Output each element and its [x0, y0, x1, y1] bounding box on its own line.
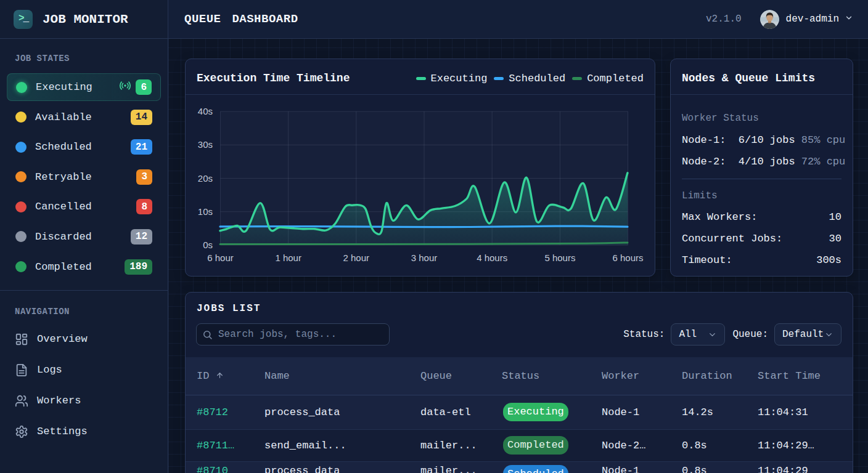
svg-text:6 hours: 6 hours — [612, 253, 643, 263]
svg-text:20s: 20s — [198, 173, 213, 184]
svg-text:3 hour: 3 hour — [411, 253, 438, 263]
svg-text:4 hours: 4 hours — [477, 253, 507, 263]
svg-text:6 hour: 6 hour — [207, 253, 234, 263]
svg-text:5 hours: 5 hours — [544, 253, 575, 263]
svg-text:0s: 0s — [203, 240, 213, 250]
svg-text:30s: 30s — [198, 139, 213, 150]
svg-text:40s: 40s — [198, 106, 213, 116]
svg-text:10s: 10s — [198, 206, 213, 217]
svg-text:2 hour: 2 hour — [343, 253, 370, 263]
svg-text:1 hour: 1 hour — [275, 253, 301, 263]
